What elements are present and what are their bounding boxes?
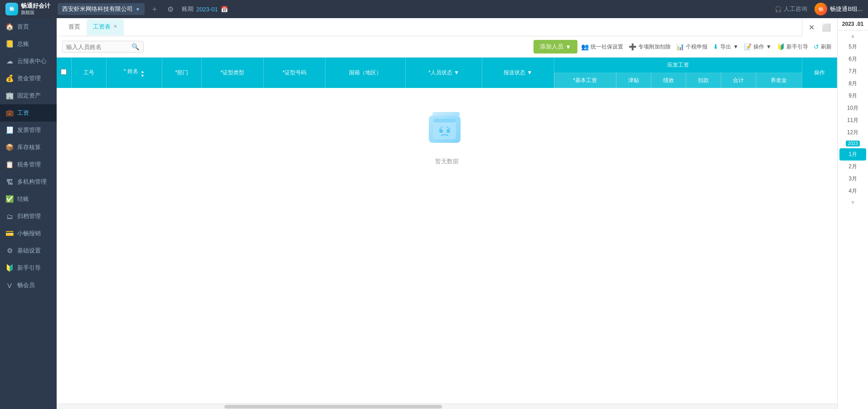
sidebar-item-cloud-report[interactable]: ☁ 云报表中心 — [0, 53, 57, 70]
sidebar-item-fund[interactable]: 💰 资金管理 — [0, 70, 57, 87]
sidebar-item-inventory[interactable]: 📦 库存核算 — [0, 139, 57, 156]
scroll-thumb[interactable] — [224, 405, 442, 409]
panel-scroll-down[interactable]: ▼ — [838, 197, 868, 208]
table-header-total: 合计 — [721, 73, 756, 88]
user-name: 畅捷通B组... — [830, 5, 863, 13]
sidebar-item-ledger[interactable]: 📒 总账 — [0, 35, 57, 53]
calendar-icon[interactable]: 📅 — [221, 6, 228, 13]
refresh-btn[interactable]: ↺ 刷新 — [814, 43, 832, 51]
month-9[interactable]: 9月 — [838, 90, 868, 102]
tab-salary-table[interactable]: 工资表 ✕ — [87, 19, 124, 35]
add-company-button[interactable]: ＋ — [148, 4, 161, 15]
company-selector[interactable]: 西安虾米网络科技有限公司 ▼ — [58, 3, 145, 15]
sidebar-label-guide: 新手引导 — [17, 264, 41, 272]
empty-state: 暂无数据 — [57, 88, 837, 193]
right-panel: 2023 .01 ▲ 5月 6月 7月 8月 9月 10月 11月 12月 20… — [837, 18, 868, 409]
top-bar-right: 🎧 人工咨询 畅 畅捷通B组... — [775, 3, 863, 15]
month-4[interactable]: 4月 — [838, 185, 868, 197]
export-btn[interactable]: ⬇ 导出 ▼ — [713, 43, 738, 51]
special-deduction-btn[interactable]: ➕ 专项附加扣除 — [629, 43, 671, 51]
social-security-btn[interactable]: 👥 统一社保设置 — [581, 43, 623, 51]
salary-icon: 💼 — [5, 109, 14, 117]
guide-btn[interactable]: 🔰 新手引导 — [777, 43, 808, 51]
sidebar-label-cloud-report: 云报表中心 — [17, 57, 47, 65]
sidebar-item-multi-org[interactable]: 🏗 多机构管理 — [0, 173, 57, 190]
add-person-label: 添加人员 — [540, 43, 563, 51]
month-7[interactable]: 7月 — [838, 65, 868, 78]
sidebar-item-fixed-assets[interactable]: 🏢 固定资产 — [0, 87, 57, 104]
panel-period-label: .01 — [856, 21, 864, 27]
sidebar-label-fund: 资金管理 — [17, 74, 41, 83]
user-avatar: 畅 — [815, 3, 827, 15]
month-6[interactable]: 6月 — [838, 53, 868, 65]
month-8[interactable]: 8月 — [838, 78, 868, 90]
table-header-deductions: 扣款 — [686, 73, 721, 88]
operations-btn[interactable]: 📝 操作 ▼ — [744, 43, 771, 51]
help-button[interactable]: 🎧 人工咨询 — [775, 5, 807, 13]
bottom-scrollbar[interactable] — [57, 404, 837, 409]
sidebar-item-guide[interactable]: 🔰 新手引导 — [0, 259, 57, 277]
month-12[interactable]: 12月 — [838, 127, 868, 139]
expense-icon: 💳 — [5, 229, 14, 238]
sidebar-item-expense[interactable]: 💳 小畅报销 — [0, 225, 57, 242]
year-badge-container: 2023 — [838, 139, 868, 148]
headset-icon: 🎧 — [775, 6, 782, 13]
add-person-button[interactable]: 添加人员 ▼ — [533, 40, 577, 54]
search-box[interactable]: 🔍 — [62, 41, 144, 53]
month-11[interactable]: 11月 — [838, 114, 868, 127]
panel-scroll-up[interactable]: ▲ — [838, 30, 868, 41]
sidebar-item-member[interactable]: V 畅会员 — [0, 277, 57, 294]
fixed-assets-icon: 🏢 — [5, 92, 14, 100]
svg-rect-1 — [433, 119, 456, 122]
status-filter-icon[interactable]: ▼ — [454, 69, 459, 76]
close-window-button[interactable]: ✕ — [806, 22, 817, 33]
name-sort[interactable]: ▲▼ — [141, 70, 145, 78]
select-all-checkbox[interactable] — [61, 69, 67, 75]
svg-rect-0 — [433, 120, 456, 139]
sidebar-item-tax[interactable]: 📋 税务管理 — [0, 156, 57, 173]
sidebar-item-settlement[interactable]: ✅ 结账 — [0, 190, 57, 208]
personal-tax-label: 个税申报 — [686, 43, 708, 51]
sidebar-item-invoice[interactable]: 🧾 发票管理 — [0, 122, 57, 139]
sidebar-label-archive: 归档管理 — [17, 212, 41, 220]
personal-tax-btn[interactable]: 📊 个税申报 — [676, 43, 708, 51]
table-header-allowance: 津贴 — [616, 73, 651, 88]
tab-close-salary[interactable]: ✕ — [113, 24, 117, 29]
table-header-pension: 养老金 — [756, 73, 802, 88]
month-10[interactable]: 10月 — [838, 102, 868, 114]
tab-home[interactable]: 首页 — [62, 19, 87, 35]
svg-point-3 — [446, 129, 450, 133]
table-header-status: *人员状态 ▼ — [406, 58, 482, 88]
month-2[interactable]: 2月 — [838, 161, 868, 173]
fund-icon: 💰 — [5, 74, 14, 83]
export-label: 导出 — [720, 43, 731, 51]
sidebar-item-salary[interactable]: 💼 工资 — [0, 104, 57, 122]
logo-icon: 畅 — [5, 3, 18, 15]
month-1[interactable]: 1月 — [839, 148, 866, 161]
operations-icon: 📝 — [744, 43, 752, 50]
month-3[interactable]: 3月 — [838, 173, 868, 185]
company-dropdown-arrow: ▼ — [136, 7, 140, 12]
user-info[interactable]: 畅 畅捷通B组... — [815, 3, 863, 15]
sidebar-item-home[interactable]: 🏠 首页 — [0, 18, 57, 35]
month-5[interactable]: 5月 — [838, 41, 868, 53]
search-input[interactable] — [66, 44, 130, 50]
archive-icon: 🗂 — [5, 212, 14, 220]
logo-text: 畅通好会计 旗舰版 — [21, 2, 50, 16]
refresh-icon: ↺ — [814, 43, 819, 50]
sidebar-item-basic-settings[interactable]: ⚙ 基础设置 — [0, 242, 57, 259]
operations-arrow: ▼ — [766, 44, 771, 50]
maximize-window-button[interactable]: ⬜ — [819, 22, 834, 33]
company-name: 西安虾米网络科技有限公司 — [62, 5, 133, 13]
sidebar-label-ledger: 总账 — [17, 40, 29, 48]
period-value: 2023-01 — [196, 6, 218, 13]
sidebar-item-archive[interactable]: 🗂 归档管理 — [0, 208, 57, 225]
report-filter-icon[interactable]: ▼ — [527, 69, 533, 76]
sidebar-label-inventory: 库存核算 — [17, 143, 41, 151]
table-header-name: * 姓名 ▲▼ — [106, 58, 162, 88]
social-security-label: 统一社保设置 — [591, 43, 623, 51]
sidebar-label-home: 首页 — [17, 23, 29, 31]
settlement-icon: ✅ — [5, 195, 14, 203]
guide-icon: 🔰 — [5, 264, 14, 272]
settings-icon-button[interactable]: ⚙ — [165, 4, 176, 15]
